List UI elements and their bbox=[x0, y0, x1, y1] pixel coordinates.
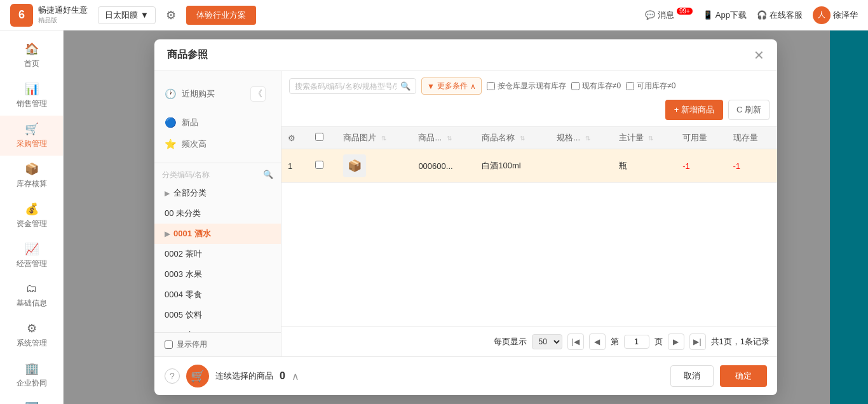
page-input[interactable] bbox=[624, 335, 649, 349]
sidebar-item-system[interactable]: ⚙ 系统管理 bbox=[0, 315, 63, 355]
sidebar-item-enterprise[interactable]: 🏢 企业协同 bbox=[0, 355, 63, 395]
modal-title: 商品参照 bbox=[167, 48, 208, 62]
col-name: 商品名称 ⇅ bbox=[475, 127, 550, 149]
available-checkbox[interactable] bbox=[571, 82, 580, 90]
sidebar-item-sales[interactable]: 📊 销售管理 bbox=[0, 76, 63, 116]
col-code: 商品... ⇅ bbox=[412, 127, 475, 149]
sales-icon: 📊 bbox=[25, 82, 39, 96]
product-search-input[interactable] bbox=[295, 82, 397, 91]
sidebar-item-inventory[interactable]: 📦 库存核算 bbox=[0, 156, 63, 196]
table-row[interactable]: 1 📦 000600... 白酒100ml bbox=[281, 149, 777, 183]
footer-collapse-icon[interactable]: ∧ bbox=[292, 370, 299, 382]
product-search-icon[interactable]: 🔍 bbox=[400, 81, 410, 91]
row-spec bbox=[550, 149, 613, 183]
divider bbox=[154, 163, 281, 163]
new-icon: 🔵 bbox=[165, 117, 177, 128]
nav-recent[interactable]: 🕐 近期购买 《 bbox=[154, 76, 281, 112]
col-available: 可用量 bbox=[676, 127, 726, 149]
category-0003[interactable]: 0003 水果 bbox=[154, 264, 281, 285]
refresh-btn[interactable]: C 刷新 bbox=[728, 100, 770, 120]
exp-btn[interactable]: 体验行业方案 bbox=[186, 6, 256, 25]
category-search-icon[interactable]: 🔍 bbox=[263, 170, 273, 179]
sidebar-item-finance[interactable]: 💰 资金管理 bbox=[0, 196, 63, 236]
category-0004[interactable]: 0004 零食 bbox=[154, 285, 281, 305]
row-stock: -1 bbox=[727, 149, 777, 183]
row-num: 1 bbox=[281, 149, 309, 183]
modal-close-button[interactable]: ✕ bbox=[754, 49, 764, 62]
collapse-btn[interactable]: 《 bbox=[250, 86, 266, 102]
checkbox-available[interactable]: 现有库存≠0 bbox=[571, 81, 621, 91]
help-icon[interactable]: ? bbox=[165, 368, 180, 384]
sidebar-item-basic[interactable]: 🗂 基础信息 bbox=[0, 276, 63, 315]
next-page-btn[interactable]: ▶ bbox=[668, 333, 684, 350]
usable-checkbox[interactable] bbox=[626, 82, 634, 90]
row-code: 000600... bbox=[412, 149, 475, 183]
left-panel: 🕐 近期购买 《 🔵 新品 ⭐ 频次高 bbox=[154, 71, 281, 356]
row-unit: 瓶 bbox=[613, 149, 676, 183]
sidebar-item-business[interactable]: 📈 经营管理 bbox=[0, 236, 63, 276]
category-0005[interactable]: 0005 饮料 bbox=[154, 305, 281, 325]
checkbox-warehouse[interactable]: 按仓库显示现有库存 bbox=[487, 81, 566, 91]
show-disabled-checkbox[interactable] bbox=[165, 340, 173, 349]
nav-msg[interactable]: 💬 消息 99+ bbox=[645, 10, 693, 21]
sidebar-item-guide[interactable]: 🆕 新手引导 bbox=[0, 395, 63, 404]
select-all-checkbox[interactable] bbox=[315, 133, 323, 141]
cancel-btn[interactable]: 取消 bbox=[670, 365, 714, 387]
left-panel-nav: 🕐 近期购买 《 🔵 新品 ⭐ 频次高 bbox=[154, 71, 281, 160]
content-area: 商品参照 ✕ 🕐 近期购买 《 � bbox=[64, 30, 868, 404]
modal-overlay: 商品参照 ✕ 🕐 近期购买 《 � bbox=[64, 30, 868, 404]
category-0001[interactable]: ▶ 0001 酒水 bbox=[154, 224, 281, 244]
nav-right: 💬 消息 99+ 📱 App下载 🎧 在线客服 人 徐泽华 bbox=[645, 6, 858, 24]
category-00[interactable]: 00 未分类 bbox=[154, 203, 281, 224]
cart-icon[interactable]: 🛒 bbox=[186, 365, 209, 387]
table-container: ⚙ 商品图片 ⇅ 商品... ⇅ bbox=[281, 127, 777, 327]
category-all[interactable]: ▶ 全部分类 bbox=[154, 183, 281, 203]
col-settings[interactable]: ⚙ bbox=[281, 127, 309, 149]
nav-app-download[interactable]: 📱 App下载 bbox=[703, 10, 747, 21]
filter-icon: ▼ bbox=[427, 82, 435, 91]
nav-selector[interactable]: 日太阳膜 ▼ bbox=[98, 6, 156, 24]
finance-icon: 💰 bbox=[25, 202, 39, 216]
logo-text: 畅捷通好生意 精品版 bbox=[38, 5, 88, 25]
nav-service[interactable]: 🎧 在线客服 bbox=[757, 10, 803, 21]
sidebar-item-purchase[interactable]: 🛒 采购管理 bbox=[0, 116, 63, 156]
toolbar-right: + 新增商品 C 刷新 bbox=[665, 100, 770, 120]
page-size-select[interactable]: 50 bbox=[532, 334, 562, 349]
warehouse-checkbox[interactable] bbox=[487, 82, 495, 90]
logo-area: 6 畅捷通好生意 精品版 bbox=[10, 4, 88, 27]
category-list: ▶ 全部分类 00 未分类 ▶ 0001 酒水 0002 茶 bbox=[154, 183, 281, 332]
settings-icon[interactable]: ⚙ bbox=[161, 5, 181, 25]
checkbox-usable[interactable]: 可用库存≠0 bbox=[626, 81, 675, 91]
nav-user[interactable]: 人 徐泽华 bbox=[813, 6, 858, 24]
modal-footer: ? 🛒 连续选择的商品 0 ∧ 取消 确定 bbox=[154, 356, 777, 395]
sidebar-item-home[interactable]: 🏠 首页 bbox=[0, 36, 63, 76]
category-search-input[interactable] bbox=[162, 170, 259, 179]
category-0002[interactable]: 0002 茶叶 bbox=[154, 244, 281, 264]
confirm-btn[interactable]: 确定 bbox=[720, 365, 767, 387]
home-icon: 🏠 bbox=[25, 42, 39, 56]
row-checkbox bbox=[309, 149, 337, 183]
nav-frequent[interactable]: ⭐ 频次高 bbox=[154, 133, 281, 155]
row-name: 白酒100ml bbox=[475, 149, 550, 183]
pagination: 每页显示 50 |◀ ◀ 第 页 ▶ ▶| 共1页，1条记录 bbox=[281, 327, 777, 356]
filter-btn[interactable]: ▼ 更多条件 ∧ bbox=[421, 77, 482, 95]
logo-icon: 6 bbox=[10, 4, 33, 27]
prev-page-btn[interactable]: ◀ bbox=[589, 333, 606, 350]
product-thumbnail: 📦 bbox=[343, 154, 366, 177]
row-img: 📦 bbox=[337, 149, 412, 183]
col-stock: 现存量 bbox=[727, 127, 777, 149]
purchase-icon: 🛒 bbox=[25, 122, 39, 136]
category-0008[interactable]: 0008 水 bbox=[154, 325, 281, 332]
row-select-checkbox[interactable] bbox=[315, 161, 323, 169]
main-layout: 🏠 首页 📊 销售管理 🛒 采购管理 📦 库存核算 💰 资金管理 📈 经营管理 … bbox=[0, 30, 868, 404]
add-product-btn[interactable]: + 新增商品 bbox=[665, 100, 723, 120]
modal-body: 🕐 近期购买 《 🔵 新品 ⭐ 频次高 bbox=[154, 71, 777, 356]
footer-left: ? 🛒 连续选择的商品 0 ∧ bbox=[165, 365, 299, 387]
col-spec: 规格... ⇅ bbox=[550, 127, 613, 149]
first-page-btn[interactable]: |◀ bbox=[567, 333, 584, 350]
sidebar: 🏠 首页 📊 销售管理 🛒 采购管理 📦 库存核算 💰 资金管理 📈 经营管理 … bbox=[0, 30, 64, 404]
recent-icon: 🕐 bbox=[165, 88, 177, 100]
last-page-btn[interactable]: ▶| bbox=[689, 333, 706, 350]
col-img: 商品图片 ⇅ bbox=[337, 127, 412, 149]
nav-new[interactable]: 🔵 新品 bbox=[154, 112, 281, 133]
